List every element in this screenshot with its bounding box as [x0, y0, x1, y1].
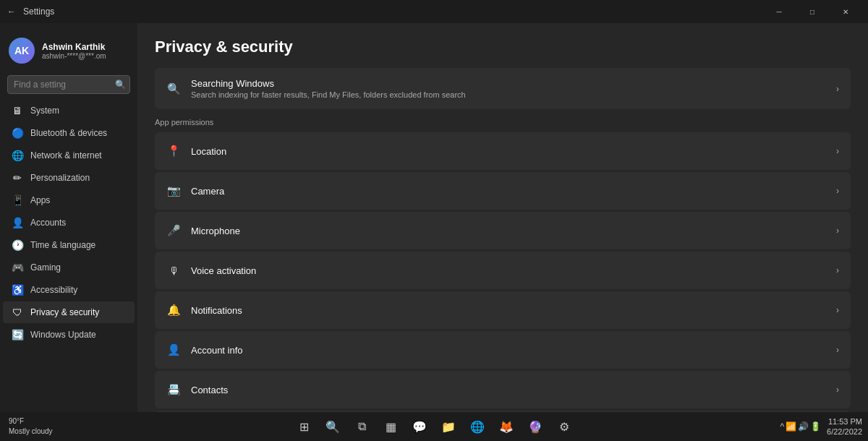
tray-chevron-icon[interactable]: ^	[780, 421, 784, 432]
chat-button[interactable]: 💬	[407, 414, 433, 440]
permission-item-notifications[interactable]: 🔔 Notifications ›	[155, 291, 851, 329]
account-info-title: Account info	[191, 345, 836, 356]
search-windows-title: Searching Windows	[191, 78, 836, 89]
task-view-button[interactable]: ⧉	[349, 414, 375, 440]
app-permissions-header: App permissions	[155, 118, 851, 127]
taskbar-time[interactable]: 11:53 PM 6/22/2022	[827, 416, 862, 437]
back-icon: ←	[7, 7, 16, 17]
avatar: AK	[9, 38, 35, 64]
weather-widget[interactable]: 90°F Mostly cloudy	[9, 416, 53, 437]
search-taskbar-button[interactable]: 🔍	[320, 414, 346, 440]
windows-update-label: Windows Update	[30, 330, 96, 340]
title-bar: ← Settings ─ □ ✕	[0, 0, 868, 23]
time-icon: 🕐	[12, 239, 23, 251]
account-info-icon: 👤	[166, 343, 181, 357]
gaming-label: Gaming	[30, 262, 61, 273]
search-windows-text: Searching Windows Search indexing for fa…	[191, 78, 836, 99]
maximize-button[interactable]: □	[796, 0, 829, 23]
camera-icon: 📷	[166, 184, 181, 198]
permission-item-microphone[interactable]: 🎤 Microphone ›	[155, 212, 851, 249]
widgets-button[interactable]: ▦	[378, 414, 404, 440]
privacy-icon: 🛡	[12, 307, 23, 318]
voice-activation-chevron: ›	[836, 265, 839, 275]
system-tray: ^ 📶 🔊 🔋	[780, 421, 821, 432]
sidebar-item-gaming[interactable]: 🎮 Gaming	[3, 257, 135, 278]
personalization-label: Personalization	[30, 173, 90, 183]
search-input[interactable]	[7, 75, 130, 94]
accounts-icon: 👤	[12, 217, 23, 228]
search-windows-chevron: ›	[836, 84, 839, 94]
permission-item-location[interactable]: 📍 Location ›	[155, 132, 851, 170]
firefox-button[interactable]: 🦊	[493, 414, 519, 440]
sidebar-item-windows-update[interactable]: 🔄 Windows Update	[3, 324, 135, 346]
explorer-button[interactable]: 📁	[435, 414, 461, 440]
camera-title: Camera	[191, 186, 836, 197]
sidebar-item-accounts[interactable]: 👤 Accounts	[3, 212, 135, 234]
sidebar-item-system[interactable]: 🖥 System	[3, 100, 135, 121]
app-body: AK Ashwin Karthik ashwin-****@***.om 🔍 🖥…	[0, 23, 868, 412]
sidebar-item-personalization[interactable]: ✏ Personalization	[3, 167, 135, 189]
sidebar-item-network[interactable]: 🌐 Network & internet	[3, 145, 135, 166]
network-icon[interactable]: 📶	[786, 421, 796, 432]
app1-button[interactable]: 🔮	[522, 414, 548, 440]
edge-button[interactable]: 🌐	[464, 414, 490, 440]
sidebar-item-accessibility[interactable]: ♿ Accessibility	[3, 279, 135, 301]
taskbar-left: 90°F Mostly cloudy	[6, 416, 53, 437]
sidebar: AK Ashwin Karthik ashwin-****@***.om 🔍 🖥…	[0, 23, 137, 412]
volume-icon[interactable]: 🔊	[798, 421, 809, 432]
contacts-icon: 📇	[166, 382, 181, 397]
account-info-text: Account info	[191, 345, 836, 356]
contacts-chevron: ›	[836, 385, 839, 395]
permission-item-camera[interactable]: 📷 Camera ›	[155, 172, 851, 210]
location-title: Location	[191, 146, 836, 157]
settings-taskbar-button[interactable]: ⚙	[551, 414, 577, 440]
location-chevron: ›	[836, 146, 839, 156]
microphone-chevron: ›	[836, 226, 839, 236]
contacts-title: Contacts	[191, 385, 836, 395]
taskbar: 90°F Mostly cloudy ⊞ 🔍 ⧉ ▦ 💬 📁 🌐 🦊 🔮 ⚙ ^…	[0, 412, 868, 441]
nav-list: 🖥 System 🔵 Bluetooth & devices 🌐 Network…	[0, 100, 137, 346]
back-button[interactable]: ←	[6, 6, 17, 17]
permission-item-voice-activation[interactable]: 🎙 Voice activation ›	[155, 252, 851, 289]
battery-icon[interactable]: 🔋	[810, 421, 821, 432]
system-icon: 🖥	[12, 105, 23, 116]
notifications-chevron: ›	[836, 305, 839, 315]
personalization-icon: ✏	[12, 172, 23, 184]
camera-text: Camera	[191, 186, 836, 197]
search-windows-desc: Search indexing for faster results, Find…	[191, 90, 836, 99]
taskbar-center: ⊞ 🔍 ⧉ ▦ 💬 📁 🌐 🦊 🔮 ⚙	[291, 414, 577, 440]
permission-item-account-info[interactable]: 👤 Account info ›	[155, 331, 851, 369]
time-display: 11:53 PM	[827, 416, 862, 427]
windows-update-icon: 🔄	[12, 329, 23, 341]
searching-windows-item[interactable]: 🔍 Searching Windows Search indexing for …	[155, 68, 851, 109]
apps-icon: 📱	[12, 194, 23, 206]
time-label: Time & language	[30, 240, 95, 250]
microphone-title: Microphone	[191, 226, 836, 236]
weather-desc: Mostly cloudy	[9, 427, 53, 437]
permissions-list: 📍 Location › 📷 Camera › 🎤 Microphone › 🎙…	[155, 132, 851, 412]
weather-temp: 90°F	[9, 416, 53, 427]
microphone-text: Microphone	[191, 226, 836, 236]
close-button[interactable]: ✕	[829, 0, 862, 23]
sidebar-item-apps[interactable]: 📱 Apps	[3, 189, 135, 211]
sidebar-item-time[interactable]: 🕐 Time & language	[3, 234, 135, 256]
permission-item-contacts[interactable]: 📇 Contacts ›	[155, 371, 851, 408]
apps-label: Apps	[30, 195, 50, 205]
search-box: 🔍	[7, 75, 130, 94]
sidebar-item-bluetooth[interactable]: 🔵 Bluetooth & devices	[3, 122, 135, 144]
network-icon: 🌐	[12, 150, 23, 161]
notifications-title: Notifications	[191, 305, 836, 316]
voice-activation-text: Voice activation	[191, 265, 836, 276]
contacts-text: Contacts	[191, 385, 836, 395]
location-text: Location	[191, 146, 836, 157]
start-button[interactable]: ⊞	[291, 414, 317, 440]
privacy-label: Privacy & security	[30, 307, 99, 317]
voice-activation-icon: 🎙	[166, 263, 181, 278]
minimize-button[interactable]: ─	[762, 0, 796, 23]
network-label: Network & internet	[30, 150, 102, 160]
user-name: Ashwin Karthik	[42, 42, 129, 52]
location-icon: 📍	[166, 144, 181, 158]
notifications-icon: 🔔	[166, 303, 181, 317]
sidebar-item-privacy[interactable]: 🛡 Privacy & security	[3, 301, 135, 323]
user-profile[interactable]: AK Ashwin Karthik ashwin-****@***.om	[0, 29, 137, 72]
